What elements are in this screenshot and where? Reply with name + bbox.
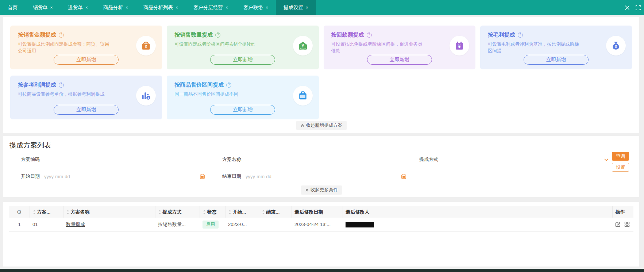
wallet-yen-icon: ¥: [136, 36, 156, 55]
card-description: 可设置固定或者阶梯区间每卖M个提N元: [174, 41, 266, 47]
column-header: 最后修改日期: [295, 209, 323, 215]
tab-label: 商品分析: [103, 4, 123, 11]
page-title: 提成方案列表: [9, 141, 51, 150]
tab-commission-settings[interactable]: 提成设置×: [276, 0, 316, 15]
calendar-yen-icon: ¥: [450, 36, 469, 55]
card-title: 按毛利提成: [488, 31, 515, 38]
add-now-button[interactable]: 立即新增: [54, 55, 119, 65]
add-now-button[interactable]: 立即新增: [210, 105, 275, 115]
help-icon[interactable]: ?: [59, 83, 64, 88]
add-now-button[interactable]: 立即新增: [524, 55, 589, 65]
add-now-button[interactable]: 立即新增: [367, 55, 432, 65]
tab-close-icon[interactable]: ×: [50, 5, 53, 10]
help-icon[interactable]: ?: [215, 32, 220, 38]
settings-button[interactable]: 设置: [612, 163, 629, 172]
svg-text:¥: ¥: [615, 44, 617, 49]
tab-close-icon[interactable]: ×: [126, 5, 128, 10]
tab-customer-contact[interactable]: 客户联络×: [236, 0, 276, 15]
filter-buttons: 查询 设置: [612, 152, 629, 172]
cell-commission-type: 按销售数量...: [155, 218, 200, 231]
card-title: 按销售金额提成: [18, 31, 56, 38]
card-description: 可设置毛利或者净利为基准，按比例提或阶梯区间提: [488, 41, 580, 54]
scheme-code-input[interactable]: [44, 156, 206, 164]
cards-grid: 按销售金额提成? 可设置提成比例或固定提成金额；商贸、贸易公司适用 立即新增 ¥…: [10, 26, 632, 119]
card-title: 按销售数量提成: [174, 31, 213, 38]
column-header: 状态: [207, 209, 217, 215]
table-header-row: ⚙ 方案... 方案名称 提成方式 状态 开始... 结束... 最后修改日期 …: [9, 206, 633, 218]
scheme-name-link[interactable]: 数量提成: [66, 222, 85, 227]
tab-product-analysis-list[interactable]: 商品分析列表×: [136, 0, 186, 15]
column-header: 操作: [616, 209, 625, 215]
scheme-name-field-group: 方案名称: [222, 155, 407, 164]
collapse-label: 收起新增提成方案: [306, 122, 343, 129]
end-date-input[interactable]: [246, 172, 407, 180]
commission-type-label: 提成方式: [419, 156, 438, 164]
double-chevron-up-icon: [300, 123, 304, 127]
help-icon[interactable]: ?: [367, 32, 372, 38]
scheme-code-label: 方案编码: [21, 156, 40, 164]
plan-table: ⚙ 方案... 方案名称 提成方式 状态 开始... 结束... 最后修改日期 …: [9, 206, 633, 232]
sort-icon[interactable]: [158, 210, 161, 214]
add-now-button[interactable]: 立即新增: [210, 55, 275, 65]
plan-list-section: 提成方案列表 方案编码 方案名称 提成方式 开始日期 结束日期 查询 设置: [3, 136, 639, 197]
collapse-more-filters-button[interactable]: 收起更多条件: [301, 185, 342, 195]
tab-close-icon[interactable]: ×: [266, 5, 268, 10]
sort-icon[interactable]: [66, 210, 69, 214]
status-badge: 启用: [203, 221, 219, 229]
tab-customer-segmentation[interactable]: 客户分层经营×: [186, 0, 236, 15]
add-now-button[interactable]: 立即新增: [54, 105, 119, 115]
scheme-name-input[interactable]: [246, 156, 407, 164]
tab-close-icon[interactable]: ×: [85, 5, 88, 10]
column-header: 方案名称: [71, 209, 90, 215]
tab-sales-invoice[interactable]: 销货单×: [25, 0, 61, 15]
column-header: 开始...: [233, 209, 246, 215]
card-title: 按商品售价区间提成: [174, 81, 224, 88]
tab-purchase-invoice[interactable]: 进货单×: [61, 0, 96, 15]
card-price-range-commission: 按商品售价区间提成? 同一商品不同售价区间提成不同 立即新增: [167, 76, 319, 119]
table-row[interactable]: 1 01 数量提成 按销售数量... 启用 2023-0... 2023-04-…: [9, 218, 633, 231]
svg-text:¥: ¥: [145, 44, 147, 49]
card-description: 可设置按比例提或者阶梯区间提，促进业务员催款: [331, 41, 423, 54]
commission-type-select[interactable]: [443, 156, 610, 164]
chart-coin-icon: ¥: [136, 86, 156, 106]
card-reference-profit-commission: 按参考利润提成? 可按商品设置参考单价，根据参考利润提成 立即新增 ¥: [10, 76, 162, 119]
calendar-icon[interactable]: [200, 174, 205, 179]
help-icon[interactable]: ?: [59, 32, 64, 38]
help-icon[interactable]: ?: [518, 32, 523, 38]
edit-icon[interactable]: [615, 222, 621, 227]
tab-close-icon[interactable]: ×: [306, 5, 308, 10]
sort-icon[interactable]: [33, 210, 36, 214]
sort-icon[interactable]: [203, 210, 206, 214]
start-date-input[interactable]: [44, 172, 206, 180]
chevron-down-icon[interactable]: [603, 157, 609, 162]
svg-text:¥: ¥: [301, 43, 304, 49]
tab-close-icon[interactable]: ×: [225, 5, 228, 10]
sort-icon[interactable]: [228, 210, 231, 214]
home-coin-icon: ¥: [293, 36, 313, 55]
tab-home[interactable]: 首页: [0, 0, 25, 15]
grid-icon[interactable]: [624, 222, 630, 227]
money-bag-icon: ¥: [606, 36, 626, 55]
calendar-icon[interactable]: [401, 174, 406, 179]
collapse-new-plans-button[interactable]: 收起新增提成方案: [296, 121, 347, 130]
cell-scheme-code: 01: [30, 218, 63, 231]
start-date-label: 开始日期: [21, 173, 40, 181]
row-index: 1: [9, 218, 30, 231]
close-icon[interactable]: [624, 5, 630, 11]
search-button[interactable]: 查询: [612, 152, 629, 161]
tab-label: 首页: [8, 4, 18, 11]
help-icon[interactable]: ?: [226, 83, 231, 88]
card-payment-collection-commission: 按回款额提成? 可设置按比例提或者阶梯区间提，促进业务员催款 立即新增 ¥: [324, 26, 475, 69]
sort-icon[interactable]: [262, 210, 265, 214]
briefcase-icon: [293, 86, 313, 106]
fullscreen-icon[interactable]: [635, 5, 641, 11]
card-description: 同一商品不同售价区间提成不同: [174, 91, 266, 97]
tab-product-analysis[interactable]: 商品分析×: [96, 0, 136, 15]
end-date-label: 结束日期: [222, 173, 241, 181]
redacted-modified-by: [346, 222, 374, 227]
tab-close-icon[interactable]: ×: [176, 5, 178, 10]
tabbar-actions: [624, 0, 644, 15]
column-settings-gear-icon[interactable]: ⚙: [17, 209, 22, 215]
cell-end-date: [259, 218, 292, 231]
start-date-field-group: 开始日期: [21, 172, 206, 181]
